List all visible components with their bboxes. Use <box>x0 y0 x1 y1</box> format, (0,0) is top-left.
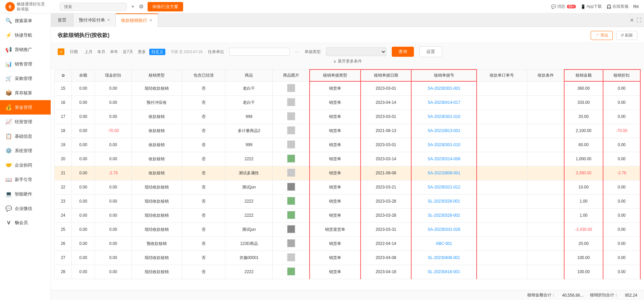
cell-order-no <box>477 95 527 110</box>
sidebar-item-system[interactable]: ⚙️ 系统管理 <box>0 143 51 158</box>
table-row: 23 0.00 0.00 现结收款核销 否 2222 销货单 2023-03-2… <box>55 194 641 208</box>
cell-product-img <box>273 251 310 265</box>
cell-doc-no[interactable]: SA-20230301-010 <box>411 110 476 124</box>
date-btn-this-month[interactable]: 本月 <box>96 48 107 55</box>
column-settings-icon[interactable]: ⚙ <box>61 73 65 78</box>
cell-settled: 否 <box>182 180 225 194</box>
sidebar-item-collab[interactable]: 🤝 企业协同 <box>0 158 51 172</box>
tab-write-off-close[interactable]: ✕ <box>149 18 152 23</box>
cell-doc-no[interactable]: SL-20230418-001 <box>411 265 476 279</box>
sidebar-item-basic[interactable]: 📋 基础信息 <box>0 129 51 143</box>
doc-no-link[interactable]: ABC-001 <box>436 241 452 246</box>
sidebar-item-search[interactable]: 🔍 搜索菜单 <box>0 13 51 28</box>
sidebar-item-sales[interactable]: 📊 销售管理 <box>0 57 51 71</box>
date-custom-button[interactable]: 自定义 <box>149 49 165 55</box>
tab-write-off[interactable]: 收款核销执行 ✕ <box>116 13 158 27</box>
tab-home[interactable]: 首页 <box>51 13 73 27</box>
cell-doc-no[interactable]: SA-20230314-008 <box>411 152 476 166</box>
cell-doc-date: 2023-04-14 <box>361 95 412 110</box>
sidebar-item-management[interactable]: 📈 经营管理 <box>0 115 51 129</box>
cell-doc-no[interactable]: SA-20230321-012 <box>411 180 476 194</box>
cell-doc-no[interactable]: SA-20230414-017 <box>411 95 476 110</box>
industry-btn[interactable]: 休验行业方案 <box>148 2 183 11</box>
message-item[interactable]: 💬 消息 99+ <box>551 4 576 9</box>
sidebar-item-quicknav[interactable]: ⚡ 快捷导航 <box>0 28 51 42</box>
partner-input[interactable] <box>229 48 290 56</box>
cell-doc-no[interactable]: SA-20210813-001 <box>411 124 476 138</box>
cell-cash-discount: 0.00 <box>95 194 132 208</box>
cell-amount: 100.00 <box>564 251 603 265</box>
cell-order-no <box>477 124 527 138</box>
doc-no-link[interactable]: SL-20230328-002 <box>428 213 460 218</box>
doc-no-link[interactable]: SA-20230414-017 <box>428 100 460 105</box>
expand-conditions-button[interactable]: ∨ 展开更多条件 <box>58 57 637 66</box>
main-layout: 🔍 搜索菜单 ⚡ 快捷导航 📢 营销推广 📊 销售管理 🛒 采购管理 📦 库存核… <box>0 13 644 300</box>
cell-product-img <box>273 208 310 222</box>
doc-no-link[interactable]: SA-20230301-001 <box>428 86 460 91</box>
table-row: 18 0.00 -70.00 收款核销 否 多计量商品2 销货单 2021-08… <box>55 124 641 138</box>
online-service-item[interactable]: 🎧 在线客服 <box>606 4 629 9</box>
sidebar-item-marketing[interactable]: 📢 营销推广 <box>0 42 51 57</box>
settings-button[interactable]: 设置 <box>419 46 442 57</box>
search-input[interactable] <box>60 3 127 11</box>
filter-expand-button[interactable]: » <box>58 48 64 55</box>
cell-doc-no[interactable]: SL-20230328-001 <box>411 194 476 208</box>
th-settings[interactable]: ⚙ <box>55 70 72 81</box>
cell-doc-type: 销货单 <box>310 124 361 138</box>
doc-no-link[interactable]: SA-20230321-012 <box>428 185 460 189</box>
sidebar-label-quicknav: 快捷导航 <box>15 32 32 38</box>
date-btn-last-month[interactable]: 上月 <box>83 48 94 55</box>
cell-doc-type: 销货单 <box>310 138 361 152</box>
table-container[interactable]: ⚙ 余额 现金折扣 核销类型 包含已结清 商品 商品图片 核销单据类型 核销单据… <box>51 69 644 290</box>
cell-doc-no[interactable]: SL-20230328-002 <box>411 208 476 222</box>
filter-date-options: 上月 本月 本年 近7天 更多 自定义 <box>83 48 165 55</box>
cell-doc-no[interactable]: SA-20210808-001 <box>411 166 476 180</box>
doc-type-select[interactable] <box>326 47 386 56</box>
cell-settled: 否 <box>182 251 225 265</box>
cell-balance: 0.00 <box>72 265 95 279</box>
tab-prepay[interactable]: 预付冲应付单 ✕ <box>73 13 116 27</box>
cell-doc-no[interactable]: SA-20230331-026 <box>411 222 476 237</box>
sidebar-item-hardware[interactable]: 💻 智能硬件 <box>0 187 51 201</box>
quicknav-icon: ⚡ <box>5 32 12 38</box>
sidebar-item-finance[interactable]: 💰 资金管理 <box>0 100 51 115</box>
tab-close-all-icon[interactable]: ✕ <box>630 17 634 23</box>
cell-doc-no[interactable]: SL-20230408-001 <box>411 251 476 265</box>
doc-no-link[interactable]: SA-20210813-001 <box>428 128 460 133</box>
cell-cash-discount: 0.00 <box>95 251 132 265</box>
cell-doc-no[interactable]: ABC-001 <box>411 237 476 251</box>
doc-no-link[interactable]: SL-20230328-001 <box>428 199 460 204</box>
cell-doc-no[interactable]: SA-20230301-010 <box>411 138 476 152</box>
date-btn-more[interactable]: 更多 <box>137 48 147 55</box>
cell-type: 现结收款核销 <box>131 251 182 265</box>
doc-no-link[interactable]: SA-20230301-010 <box>428 114 460 119</box>
tab-expand-icon[interactable]: ⛶ <box>637 17 641 23</box>
settings-icon[interactable]: ⚙ <box>139 3 144 10</box>
sidebar-item-guide[interactable]: 📖 新手引导 <box>0 172 51 187</box>
doc-no-link[interactable]: SA-20230331-026 <box>428 227 460 232</box>
cell-type: 现结收款核销 <box>131 208 182 222</box>
cell-doc-no[interactable]: SA-20230301-001 <box>411 81 476 95</box>
refresh-button[interactable]: ↺ 刷新 <box>616 31 637 40</box>
export-button[interactable]: ↗ 导出 <box>591 31 612 40</box>
doc-no-link[interactable]: SL-20230418-001 <box>428 269 460 274</box>
app-download-item[interactable]: 📱 App下载 <box>581 4 602 9</box>
sidebar-item-wechat[interactable]: 💬 企业微信 <box>0 201 51 216</box>
cell-settled: 否 <box>182 222 225 237</box>
th-amount: 核销金额 <box>564 70 603 81</box>
doc-no-link[interactable]: SL-20230408-001 <box>428 255 460 260</box>
doc-no-link[interactable]: SA-20210808-001 <box>428 171 460 175</box>
tab-prepay-close[interactable]: ✕ <box>107 18 110 22</box>
msg-label: 消息 <box>557 4 565 9</box>
doc-no-link[interactable]: SA-20230314-008 <box>428 157 460 161</box>
sidebar-item-inventory[interactable]: 📦 库存核算 <box>0 86 51 100</box>
sidebar-item-purchase[interactable]: 🛒 采购管理 <box>0 71 51 86</box>
cell-balance: 0.00 <box>72 95 95 110</box>
cell-settled: 否 <box>182 194 225 208</box>
date-btn-this-year[interactable]: 本年 <box>109 48 119 55</box>
sidebar-item-vip[interactable]: V 畅会员 <box>0 216 51 230</box>
doc-no-link[interactable]: SA-20230301-010 <box>428 142 460 147</box>
query-button[interactable]: 查询 <box>392 47 414 57</box>
cell-doc-type: 销货单 <box>310 194 361 208</box>
date-btn-7days[interactable]: 近7天 <box>121 48 135 55</box>
